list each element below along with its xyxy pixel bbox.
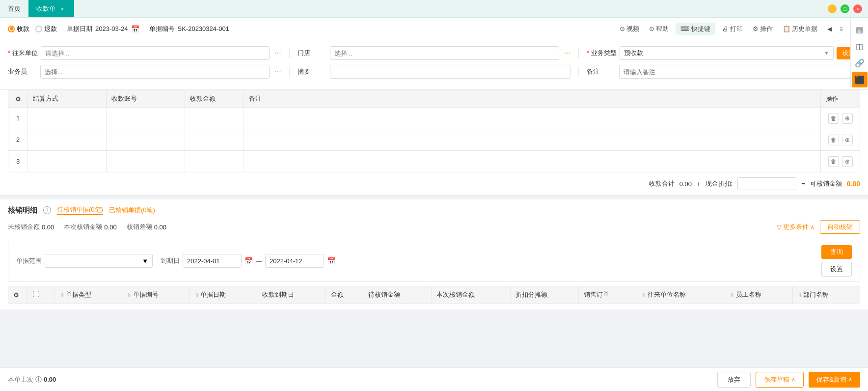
info-icon[interactable]: i bbox=[43, 206, 51, 214]
right-sidebar: ▦ ◫ 🔗 ⬛ bbox=[850, 18, 868, 87]
bottom-table: ⚙ ⇅ 单据类型 ⇅ 单据编号 ⇅ 单据日期 bbox=[8, 286, 860, 304]
staff-field: 业务员 ··· bbox=[8, 65, 281, 79]
row-account-3[interactable] bbox=[107, 151, 185, 172]
row-delete-1[interactable]: 🗑 bbox=[828, 113, 839, 124]
row-copy-1[interactable]: ⊕ bbox=[842, 113, 853, 124]
radio-receipt[interactable]: 收款 bbox=[8, 25, 29, 33]
tab-home[interactable]: 首页 bbox=[0, 0, 28, 17]
print-button[interactable]: 🖨 打印 bbox=[719, 23, 746, 35]
calendar-from-icon[interactable]: 📅 bbox=[244, 257, 253, 265]
remark-input[interactable] bbox=[619, 65, 860, 79]
history-button[interactable]: 📋 历史单据 bbox=[780, 23, 820, 35]
footer-right: 放弃 保存草稿 ∧ 保存&新增 ∧ bbox=[717, 372, 860, 388]
store-more-icon[interactable]: ··· bbox=[564, 49, 570, 57]
date-to-input[interactable] bbox=[265, 254, 324, 268]
video-button[interactable]: ⊙ 视频 bbox=[617, 23, 642, 35]
discount-input[interactable] bbox=[737, 177, 796, 190]
row-settle-2[interactable] bbox=[28, 129, 107, 151]
row-copy-3[interactable]: ⊕ bbox=[842, 156, 853, 167]
partner-label: * 往来单位 bbox=[8, 49, 38, 57]
operation-button[interactable]: ⚙ 操作 bbox=[750, 23, 776, 35]
total-value: 0.00 bbox=[679, 180, 692, 188]
col-employee-name: ⇅ 员工名称 bbox=[725, 286, 792, 304]
partner-more-icon[interactable]: ··· bbox=[274, 49, 281, 57]
shortcut-button[interactable]: ⌨ 快捷键 bbox=[676, 23, 715, 35]
table2-settings-icon[interactable]: ⚙ bbox=[13, 291, 19, 299]
row-note-3[interactable] bbox=[244, 151, 821, 172]
row-action-1: 🗑 ⊕ bbox=[821, 108, 860, 129]
col-settings-header: ⚙ bbox=[8, 90, 28, 108]
staff-input[interactable] bbox=[40, 65, 270, 79]
total-label: 收款合计 bbox=[649, 179, 675, 188]
row-amount-3[interactable] bbox=[185, 151, 244, 172]
sidebar-icon-3[interactable]: 🔗 bbox=[852, 55, 868, 71]
date-from-input[interactable] bbox=[183, 254, 242, 268]
tab-close-icon[interactable]: × bbox=[58, 5, 66, 13]
radio-refund[interactable]: 退款 bbox=[35, 25, 57, 33]
date-label: 单据日期 bbox=[67, 25, 92, 33]
store-input[interactable] bbox=[330, 46, 559, 60]
row-num-1: 1 bbox=[8, 108, 28, 129]
more-filter-button[interactable]: ▽ 更多条件 ∧ bbox=[777, 223, 815, 231]
col-action-header: 操作 bbox=[821, 90, 860, 108]
bill-range-select[interactable]: ▼ bbox=[45, 254, 153, 268]
calendar-to-icon[interactable]: 📅 bbox=[327, 257, 335, 265]
row-copy-2[interactable]: ⊕ bbox=[842, 135, 853, 145]
date-dash: — bbox=[256, 257, 262, 265]
minimize-button[interactable]: − bbox=[828, 4, 837, 13]
select-all-checkbox[interactable] bbox=[33, 291, 39, 297]
table-row: 2 🗑 ⊕ bbox=[8, 129, 860, 151]
table-settings-icon[interactable]: ⚙ bbox=[15, 95, 21, 103]
pending-tab[interactable]: 待核销单据(0笔) bbox=[57, 205, 103, 215]
remark-label: 备注 bbox=[587, 67, 616, 76]
staff-more-icon[interactable]: ··· bbox=[274, 67, 281, 76]
sidebar-icon-1[interactable]: ▦ bbox=[852, 22, 868, 37]
unchecked-value: 0.00 bbox=[42, 223, 54, 231]
summary-label: 摘要 bbox=[298, 67, 327, 76]
number-field: 单据编号 SK-20230324-001 bbox=[149, 25, 230, 33]
sidebar-icon-2[interactable]: ◫ bbox=[852, 38, 868, 54]
row-settle-1[interactable] bbox=[28, 108, 107, 129]
footer-icon: ⓘ bbox=[35, 375, 42, 384]
close-button[interactable]: × bbox=[853, 4, 862, 13]
row-account-1[interactable] bbox=[107, 108, 185, 129]
data-table: ⚙ 结算方式 收款账号 收款金额 备注 操作 bbox=[8, 90, 860, 172]
toolbar: 收款 退款 单据日期 2023-03-24 📅 单据编号 SK-20230324… bbox=[0, 18, 868, 40]
layout-icon[interactable]: ≡ bbox=[837, 24, 846, 34]
nav-prev-button[interactable]: ◀ bbox=[824, 24, 835, 34]
filter-settings-button[interactable]: 设置 bbox=[821, 262, 852, 277]
row-action-3: 🗑 ⊕ bbox=[821, 151, 860, 172]
row-delete-3[interactable]: 🗑 bbox=[828, 156, 839, 167]
row-amount-1[interactable] bbox=[185, 108, 244, 129]
equals-sign: = bbox=[801, 180, 805, 188]
row-note-2[interactable] bbox=[244, 129, 821, 151]
radio-refund-dot bbox=[35, 26, 42, 32]
query-button[interactable]: 查询 bbox=[821, 245, 852, 259]
calendar-icon[interactable]: 📅 bbox=[131, 25, 139, 33]
footer-left: 本单上次 ⓘ 0.00 bbox=[8, 375, 56, 384]
row-amount-2[interactable] bbox=[185, 129, 244, 151]
done-tab[interactable]: 已核销单据(0笔) bbox=[109, 206, 155, 215]
bill-range-label: 单据范围 bbox=[16, 256, 42, 265]
row-note-1[interactable] bbox=[244, 108, 821, 129]
row-account-2[interactable] bbox=[107, 129, 185, 151]
sidebar-icon-4[interactable]: ⬛ bbox=[852, 72, 868, 87]
tab-current[interactable]: 收款单 × bbox=[28, 0, 74, 17]
draft-chevron-icon: ∧ bbox=[791, 376, 795, 383]
save-new-button[interactable]: 保存&新增 ∧ bbox=[809, 372, 860, 388]
row-settle-3[interactable] bbox=[28, 151, 107, 172]
draft-button[interactable]: 保存草稿 ∧ bbox=[756, 372, 804, 388]
business-type-select[interactable]: 预收款 ▼ bbox=[620, 46, 834, 60]
help-button[interactable]: ⊙ 帮助 bbox=[646, 23, 672, 35]
summary-input[interactable] bbox=[330, 65, 571, 79]
row-delete-2[interactable]: 🗑 bbox=[828, 135, 839, 145]
partner-input[interactable] bbox=[41, 46, 270, 60]
col-note-header: 备注 bbox=[244, 90, 821, 108]
dropdown-icon: ▼ bbox=[824, 50, 829, 56]
form-row-2: 业务员 ··· 摘要 备注 bbox=[8, 65, 860, 79]
auto-verify-button[interactable]: 自动核销 bbox=[820, 220, 860, 234]
radio-refund-label: 退款 bbox=[44, 25, 57, 33]
maximize-button[interactable]: □ bbox=[841, 4, 849, 13]
abandon-button[interactable]: 放弃 bbox=[717, 372, 751, 388]
store-field: 门店 ··· bbox=[298, 46, 571, 60]
